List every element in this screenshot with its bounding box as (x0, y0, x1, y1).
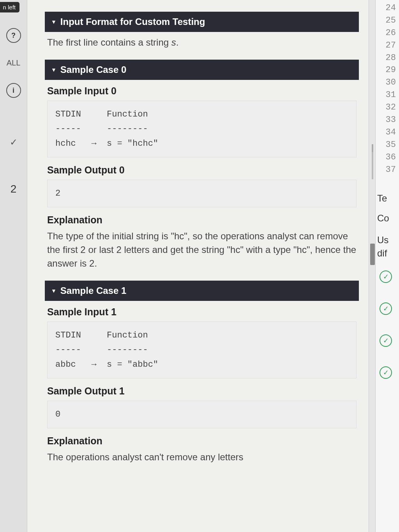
testcase-pass-icon[interactable]: ✓ (380, 334, 392, 347)
explanation-1-label: Explanation (47, 435, 357, 447)
sample-case-0-title: Sample Case 0 (60, 64, 126, 75)
sample-case-1-header[interactable]: Sample Case 1 (45, 281, 359, 301)
testcase-pass-icon[interactable]: ✓ (380, 270, 392, 283)
input-format-header[interactable]: Input Format for Custom Testing (45, 12, 359, 32)
help-button[interactable]: ? (6, 28, 21, 43)
scrollbar-track (372, 144, 373, 152)
testcase-pass-icon[interactable]: ✓ (380, 366, 392, 379)
explanation-0-text: The type of the initial string is "hc", … (47, 230, 357, 270)
info-button[interactable]: i (6, 83, 21, 98)
sample-output-0-code: 2 (47, 180, 357, 207)
sample-output-1-code: 0 (47, 401, 357, 428)
code-panel: 24 25 26 27 28 29 30 31 32 33 34 35 36 3… (376, 0, 399, 532)
explanation-1-text: The operations analyst can't remove any … (47, 451, 357, 464)
line-number-gutter: 24 25 26 27 28 29 30 31 32 33 34 35 36 3… (376, 0, 399, 178)
sample-input-1-label: Sample Input 1 (47, 306, 357, 318)
sample-output-1-label: Sample Output 1 (47, 385, 357, 397)
input-format-title: Input Format for Custom Testing (60, 16, 205, 27)
problem-panel: Input Format for Custom Testing The firs… (27, 0, 369, 532)
testcase-pass-icon[interactable]: ✓ (380, 302, 392, 315)
panel-splitter[interactable] (369, 0, 376, 532)
sample-input-0-label: Sample Input 0 (47, 85, 357, 97)
sample-input-0-code: STDIN Function ----- -------- hchc → s =… (47, 101, 357, 157)
right-fragment-text: Te Co Us dif (376, 178, 399, 260)
sample-case-0-header[interactable]: Sample Case 0 (45, 60, 359, 80)
all-label[interactable]: ALL (7, 58, 21, 67)
question-number[interactable]: 2 (11, 183, 17, 195)
sample-case-1-title: Sample Case 1 (60, 285, 126, 296)
timer-tag: n left (0, 2, 19, 12)
sample-input-1-code: STDIN Function ----- -------- abbc → s =… (47, 322, 357, 378)
left-sidebar: n left ? ALL i ✓ 2 (0, 0, 27, 532)
sample-output-0-label: Sample Output 0 (47, 164, 357, 176)
drag-handle-icon[interactable] (370, 244, 375, 265)
explanation-0-label: Explanation (47, 214, 357, 226)
check-icon: ✓ (10, 137, 18, 148)
input-format-desc: The first line contains a string s. (47, 36, 357, 49)
